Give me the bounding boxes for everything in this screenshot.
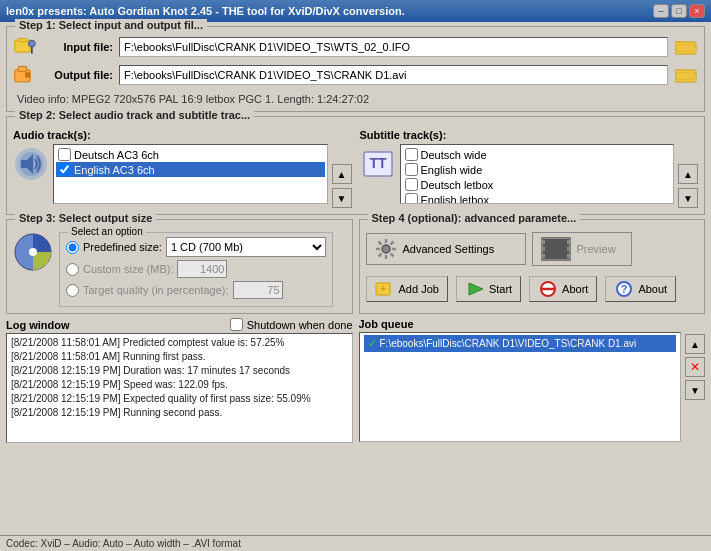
advanced-settings-button[interactable]: Advanced Settings <box>366 233 526 265</box>
subtitle-track-item-3[interactable]: Deutsch letbox <box>403 177 672 192</box>
start-button[interactable]: Start <box>456 276 521 302</box>
audio-track-arrows: ▲ ▼ <box>332 164 352 208</box>
svg-marker-39 <box>469 283 483 295</box>
subtitle-down-button[interactable]: ▼ <box>678 188 698 208</box>
subtitle-track-item-1[interactable]: Deutsch wide <box>403 147 672 162</box>
subtitle-section: Subtitle track(s): TT Deutsch wide <box>360 129 699 208</box>
subtitle-track-item-2[interactable]: English wide <box>403 162 672 177</box>
subtitle-track-checkbox-3[interactable] <box>405 178 418 191</box>
log-line-5: [8/21/2008 12:15:19 PM] Expected quality… <box>11 392 348 406</box>
target-quality-radio[interactable] <box>66 284 79 297</box>
subtitle-track-wrapper: TT Deutsch wide English wide <box>360 144 699 208</box>
custom-size-label: Custom size (MB): <box>83 263 173 275</box>
log-content[interactable]: [8/21/2008 11:58:01 AM] Predicted compte… <box>6 333 353 443</box>
queue-down-button[interactable]: ▼ <box>685 380 705 400</box>
subtitle-track-name-3: Deutsch letbox <box>421 179 494 191</box>
predefined-select[interactable]: 1 CD (700 Mb) 2 CD (1400 Mb) <box>166 237 326 257</box>
audio-track-wrapper: Deutsch AC3 6ch English AC3 6ch ▲ ▼ <box>13 144 352 208</box>
audio-up-button[interactable]: ▲ <box>332 164 352 184</box>
main-content: Step 1: Select input and output fil... I… <box>0 22 711 447</box>
step1-content: Input file: <box>13 31 698 105</box>
input-browse-button[interactable] <box>674 35 698 59</box>
predefined-label: Predefined size: <box>83 241 162 253</box>
audio-track-checkbox-1[interactable] <box>58 148 71 161</box>
queue-content[interactable]: ✓ F:\ebooks\FullDisc\CRANK D1\VIDEO_TS\C… <box>359 332 682 442</box>
preview-label: Preview <box>577 243 616 255</box>
log-header: Log window Shutdown when done <box>6 318 353 331</box>
add-job-icon: + <box>375 280 395 298</box>
audio-section: Audio track(s): <box>13 129 352 208</box>
audio-track-item-selected[interactable]: English AC3 6ch <box>56 162 325 177</box>
input-file-field[interactable] <box>119 37 668 57</box>
svg-line-27 <box>390 242 393 245</box>
title-bar-controls: – □ × <box>653 4 705 18</box>
log-window: Log window Shutdown when done [8/21/2008… <box>6 318 353 443</box>
pie-chart-icon <box>13 232 53 272</box>
output-file-label: Output file: <box>43 69 113 81</box>
target-quality-input[interactable] <box>233 281 283 299</box>
subtitle-up-button[interactable]: ▲ <box>678 164 698 184</box>
audio-down-button[interactable]: ▼ <box>332 188 352 208</box>
custom-size-row: Custom size (MB): <box>66 260 326 278</box>
abort-label: Abort <box>562 283 588 295</box>
folder-open-icon-2 <box>675 66 697 84</box>
queue-item-path: F:\ebooks\FullDisc\CRANK D1\VIDEO_TS\CRA… <box>380 338 637 349</box>
audio-icon <box>13 146 49 182</box>
log-line-2: [8/21/2008 11:58:01 AM] Running first pa… <box>11 350 348 364</box>
step2-title: Step 2: Select audio track and subtitle … <box>15 109 254 121</box>
svg-text:+: + <box>380 283 386 294</box>
target-quality-row: Target quality (in percentage): <box>66 281 326 299</box>
svg-rect-36 <box>567 254 571 258</box>
action-buttons: + Add Job Start <box>366 276 699 302</box>
abort-icon <box>538 280 558 298</box>
input-file-icon <box>13 35 37 59</box>
subtitle-track-name-1: Deutsch wide <box>421 149 487 161</box>
subtitle-track-checkbox-4[interactable] <box>405 193 418 204</box>
queue-check-icon: ✓ <box>368 337 377 350</box>
svg-rect-32 <box>541 247 545 251</box>
queue-up-button[interactable]: ▲ <box>685 334 705 354</box>
step2-section: Step 2: Select audio track and subtitle … <box>6 116 705 215</box>
queue-title: Job queue <box>359 318 414 330</box>
subtitle-track-checkbox-1[interactable] <box>405 148 418 161</box>
preview-button[interactable]: Preview <box>532 232 632 266</box>
predefined-row: Predefined size: 1 CD (700 Mb) 2 CD (140… <box>66 237 326 257</box>
subtitle-track-list[interactable]: Deutsch wide English wide Deutsch letbox <box>400 144 675 204</box>
audio-track-checkbox-2[interactable] <box>58 163 71 176</box>
shutdown-checkbox[interactable] <box>230 318 243 331</box>
close-button[interactable]: × <box>689 4 705 18</box>
subtitle-track-checkbox-2[interactable] <box>405 163 418 176</box>
film-icon <box>541 237 571 261</box>
start-icon <box>465 280 485 298</box>
subtitle-label: Subtitle track(s): <box>360 129 699 141</box>
step4-title: Step 4 (optional): advanced paramete... <box>368 212 581 224</box>
about-button[interactable]: ? About <box>605 276 676 302</box>
custom-size-radio[interactable] <box>66 263 79 276</box>
subtitle-track-item-4[interactable]: English letbox <box>403 192 672 204</box>
step1-title: Step 1: Select input and output fil... <box>15 19 207 31</box>
step3-section: Step 3: Select output size Select an opt… <box>6 219 353 314</box>
audio-track-list[interactable]: Deutsch AC3 6ch English AC3 6ch <box>53 144 328 204</box>
output-browse-button[interactable] <box>674 63 698 87</box>
log-line-4: [8/21/2008 12:15:19 PM] Speed was: 122.0… <box>11 378 348 392</box>
step4-inner: Advanced Settings Pr <box>366 224 699 302</box>
svg-text:TT: TT <box>369 155 387 171</box>
queue-delete-button[interactable]: ✕ <box>685 357 705 377</box>
add-job-label: Add Job <box>399 283 439 295</box>
pie-icon <box>13 232 53 274</box>
predefined-radio[interactable] <box>66 241 79 254</box>
add-job-button[interactable]: + Add Job <box>366 276 448 302</box>
maximize-button[interactable]: □ <box>671 4 687 18</box>
status-text: Codec: XviD – Audio: Auto – Auto width –… <box>6 538 241 549</box>
log-line-6: [8/21/2008 12:15:19 PM] Running second p… <box>11 406 348 420</box>
queue-item-1[interactable]: ✓ F:\ebooks\FullDisc\CRANK D1\VIDEO_TS\C… <box>364 335 677 352</box>
abort-button[interactable]: Abort <box>529 276 597 302</box>
minimize-button[interactable]: – <box>653 4 669 18</box>
output-file-field[interactable] <box>119 65 668 85</box>
custom-size-input[interactable] <box>177 260 227 278</box>
audio-track-item[interactable]: Deutsch AC3 6ch <box>56 147 325 162</box>
shutdown-label: Shutdown when done <box>247 319 353 331</box>
bottom-row: Log window Shutdown when done [8/21/2008… <box>6 318 705 443</box>
select-option-group: Select an option Predefined size: 1 CD (… <box>59 232 333 307</box>
target-quality-label: Target quality (in percentage): <box>83 284 229 296</box>
